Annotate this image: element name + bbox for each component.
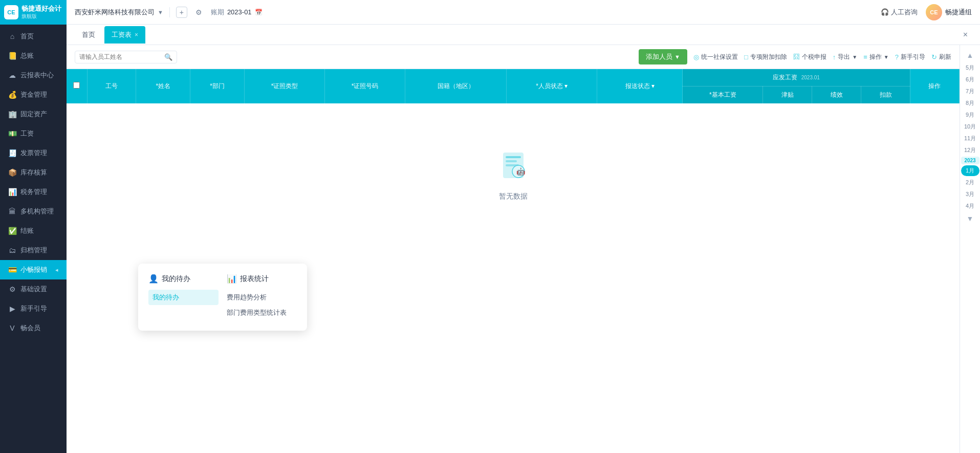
popup-item-dept-expense[interactable]: 部门费用类型统计表 (227, 305, 297, 320)
sidebar-item-invoice[interactable]: 🧾 发票管理 (0, 143, 67, 163)
inventory-icon: 📦 (8, 168, 16, 177)
panel-nav-up-button[interactable]: ▲ (964, 49, 976, 61)
sidebar-item-salary[interactable]: 💵 工资 (0, 124, 67, 143)
popup-item-expense-trend[interactable]: 费用趋势分析 (227, 290, 297, 305)
month-september[interactable]: 9月 (961, 110, 979, 120)
sidebar-item-finance[interactable]: 💰 资金管理 (0, 85, 67, 104)
company-name: 西安虾米网络科技有限公司 (75, 8, 155, 17)
sidebar-item-inventory[interactable]: 📦 库存核算 (0, 163, 67, 182)
month-june[interactable]: 6月 (961, 74, 979, 85)
sidebar-item-assets[interactable]: 🏢 固定资产 (0, 104, 67, 124)
month-october[interactable]: 10月 (961, 121, 979, 132)
calendar-icon[interactable]: 📅 (255, 9, 263, 16)
app-logo: CE 畅捷通好会计 旗舰版 (0, 0, 67, 25)
sidebar-item-tax[interactable]: 📊 税务管理 (0, 182, 67, 202)
export-button[interactable]: ↑ 导出 ▼ (833, 53, 857, 61)
new-guide-button[interactable]: ? 新手引导 (895, 53, 925, 61)
closing-icon: ✅ (8, 227, 16, 235)
logo-icon: CE (4, 5, 18, 19)
sidebar-item-home[interactable]: ⌂ 首页 (0, 27, 67, 46)
search-input[interactable] (79, 53, 161, 60)
operation-chevron-icon: ▼ (884, 54, 889, 60)
support-button[interactable]: 🎧 人工咨询 (881, 8, 918, 17)
col-personnel-status: *人员状态 ▾ (507, 69, 597, 103)
content-body: 🔍 添加人员 ▼ ◎ 统一社保设置 □ 专项附加扣除 囧 个税申报 (67, 45, 980, 453)
col-report-status: 报送状态 ▾ (597, 69, 683, 103)
popup-section-todo: 👤 我的待办 我的待办 (148, 274, 219, 320)
headset-icon: 🎧 (881, 8, 889, 16)
sidebar-item-multi-org[interactable]: 🏛 多机构管理 (0, 202, 67, 221)
popup-section-title-todo: 👤 我的待办 (148, 274, 219, 284)
empty-state: 🤖 暂无数据 (67, 104, 960, 242)
todo-section-icon: 👤 (148, 274, 159, 284)
multi-org-icon: 🏛 (8, 207, 16, 215)
report-section-icon: 📊 (227, 274, 237, 284)
company-chevron-icon: ▼ (158, 9, 163, 15)
add-person-chevron-icon: ▼ (674, 54, 680, 60)
month-march[interactable]: 3月 (961, 189, 979, 200)
special-deduction-button[interactable]: □ 专项附加扣除 (744, 53, 787, 61)
cloud-icon: ☁ (8, 71, 16, 79)
sidebar-item-closing[interactable]: ✅ 结账 (0, 221, 67, 241)
sidebar-item-archive[interactable]: 🗂 归档管理 (0, 241, 67, 260)
add-person-button[interactable]: 添加人员 ▼ (639, 49, 687, 64)
empty-icon: 🤖 (493, 145, 534, 186)
tab-bar-close-button[interactable]: × (959, 28, 972, 41)
col-name: *姓名 (136, 69, 190, 103)
month-january[interactable]: 1月 (961, 165, 979, 176)
logo-text: 畅捷通好会计 (21, 5, 61, 13)
sidebar-item-ledger[interactable]: 📒 总账 (0, 46, 67, 66)
social-security-button[interactable]: ◎ 统一社保设置 (693, 53, 738, 61)
col-deduction: 扣款 (861, 87, 910, 104)
search-icon: 🔍 (164, 53, 172, 61)
guide-icon: ▶ (8, 305, 16, 313)
popup-item-my-todo[interactable]: 我的待办 (148, 290, 219, 305)
user-avatar: CE (926, 4, 942, 20)
svg-rect-2 (506, 160, 517, 162)
logo-sub: 旗舰版 (21, 13, 61, 20)
svg-text:🤖: 🤖 (516, 167, 526, 176)
select-all-checkbox[interactable] (73, 82, 80, 89)
tab-close-button[interactable]: × (135, 31, 138, 38)
right-panel: ▲ 5月 6月 7月 8月 9月 10月 11月 12月 2023 1月 2月 … (960, 45, 980, 453)
add-company-button[interactable]: + (176, 7, 187, 18)
home-icon: ⌂ (8, 32, 16, 40)
company-settings-button[interactable]: ⚙ (193, 7, 205, 18)
month-december[interactable]: 12月 (961, 145, 979, 156)
period-sub-label: 2023.01 (801, 75, 820, 80)
month-april[interactable]: 4月 (961, 201, 979, 211)
sidebar-item-expense[interactable]: 💳 小畅报销 ◂ (0, 260, 67, 279)
toolbar: 🔍 添加人员 ▼ ◎ 统一社保设置 □ 专项附加扣除 囧 个税申报 (67, 45, 960, 69)
period-value: 2023-01 (227, 8, 252, 16)
operation-button[interactable]: ≡ 操作 ▼ (863, 53, 889, 61)
export-chevron-icon: ▼ (852, 54, 857, 60)
sidebar-item-new-guide[interactable]: ▶ 新手引导 (0, 299, 67, 318)
ledger-icon: 📒 (8, 52, 16, 60)
invoice-icon: 🧾 (8, 149, 16, 157)
sidebar-item-basic-settings[interactable]: ⚙ 基础设置 (0, 279, 67, 299)
month-february[interactable]: 2月 (961, 177, 979, 188)
month-july[interactable]: 7月 (961, 86, 979, 97)
user-menu[interactable]: CE 畅捷通组 (926, 4, 972, 20)
popup-section-report: 📊 报表统计 费用趋势分析 部门费用类型统计表 (227, 274, 297, 320)
col-salary-group: 应发工资 2023.01 (683, 69, 910, 87)
salary-table: 工号 *姓名 *部门 *证照类型 *证照号码 国籍（地区） *人员状态 ▾ 报送… (67, 69, 960, 104)
popup-grid: 👤 我的待办 我的待办 📊 报表统计 费用趋势分析 部门费用类型统计表 (148, 274, 297, 320)
sidebar-item-membership[interactable]: V 畅会员 (0, 318, 67, 338)
col-allowance: 津贴 (763, 87, 812, 104)
sidebar-item-cloud-report[interactable]: ☁ 云报表中心 (0, 66, 67, 85)
panel-nav-down-button[interactable]: ▼ (964, 212, 976, 225)
personal-tax-button[interactable]: 囧 个税申报 (793, 52, 826, 61)
tab-salary-table[interactable]: 工资表 × (104, 26, 145, 44)
col-base-salary: *基本工资 (683, 87, 763, 104)
col-id-type: *证照类型 (245, 69, 325, 103)
month-august[interactable]: 8月 (961, 98, 979, 109)
refresh-icon: ↻ (931, 53, 937, 61)
tab-home[interactable]: 首页 (75, 26, 102, 44)
refresh-button[interactable]: ↻ 刷新 (931, 53, 951, 61)
archive-icon: 🗂 (8, 246, 16, 254)
company-selector[interactable]: 西安虾米网络科技有限公司 ▼ (75, 8, 163, 17)
month-may[interactable]: 5月 (961, 62, 979, 73)
personal-tax-icon: 囧 (793, 52, 800, 61)
month-november[interactable]: 11月 (961, 133, 979, 144)
